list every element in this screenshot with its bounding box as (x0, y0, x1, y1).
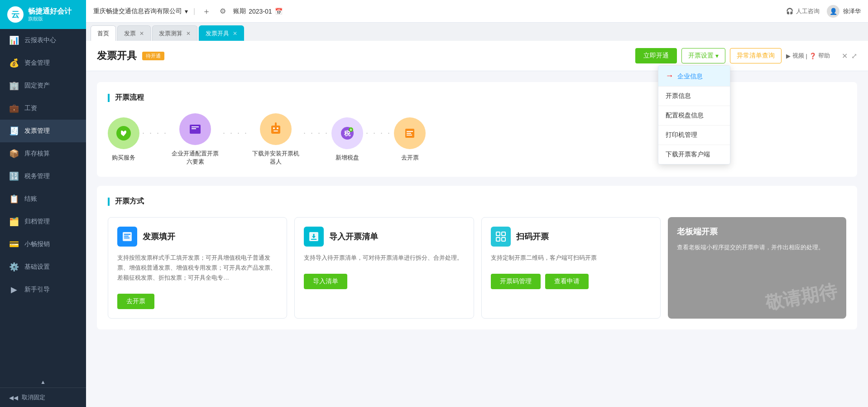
download-robot-icon (260, 113, 292, 145)
tab-invoice-close[interactable]: ✕ (139, 30, 144, 37)
company-name: 重庆畅捷交通信息咨询有限公司 (93, 7, 182, 15)
cancel-fixed-icon: ◀◀ (9, 394, 18, 401)
page-title: 发票开具 (97, 49, 137, 63)
svg-rect-18 (407, 135, 412, 136)
method-manual-fill-title: 发票填开 (143, 231, 175, 242)
close-icon[interactable]: ✕ (842, 52, 848, 60)
dropdown-item-company-info[interactable]: → 企业信息 (658, 66, 730, 87)
sidebar-item-label: 新手引导 (24, 286, 50, 294)
tab-home-label: 首页 (97, 29, 109, 38)
sidebar-item-label: 资金管理 (24, 59, 50, 67)
cancel-fixed-label: 取消固定 (22, 393, 45, 402)
svg-rect-25 (496, 232, 500, 236)
inventory-icon: 📦 (9, 149, 19, 159)
overlay-text: 敬请期待 (763, 279, 839, 316)
svg-rect-8 (273, 131, 278, 131)
sidebar-item-salary[interactable]: 💼 工资 (0, 97, 86, 120)
flow-section: 开票流程 购买服务 · · · · (97, 82, 857, 177)
sidebar-item-fund-mgmt[interactable]: 💰 资金管理 (0, 52, 86, 74)
sidebar-item-tax-mgmt[interactable]: 🔢 税务管理 (0, 165, 86, 188)
buy-service-icon (108, 117, 139, 149)
method-import-list-title: 导入开票清单 (329, 231, 378, 242)
status-badge: 待开通 (142, 52, 164, 60)
topbar-user[interactable]: 👤 徐泽华 (827, 5, 861, 18)
dropdown-label: 下载开票客户端 (666, 150, 710, 158)
section-divider (108, 94, 110, 102)
sidebar-item-label: 发票管理 (24, 127, 50, 135)
tab-invoice-calc-label: 发票测算 (159, 29, 182, 38)
svg-text:+: + (350, 127, 352, 132)
report-sales-icon: 💳 (9, 239, 19, 249)
sidebar-item-report-sales[interactable]: 💳 小畅报销 (0, 233, 86, 256)
svg-rect-24 (311, 239, 317, 240)
tabs-bar: 首页 发票 ✕ 发票测算 ✕ 发票开具 ✕ (86, 23, 868, 41)
method-card-import-list: 导入开票清单 支持导入待开票清单，可对待开票清单进行拆分、合并处理。 导入清单 (294, 217, 474, 319)
config-enterprise-icon (179, 113, 211, 145)
calendar-icon[interactable]: 📅 (275, 8, 283, 15)
period-label: 账期 (233, 7, 246, 15)
tab-invoice-issue-label: 发票开具 (206, 29, 229, 38)
method-card-boss-invoice: 老板端开票 查看老板端小程序提交的开票申请，并作出相应的处理。 敬请期待 (668, 217, 846, 319)
maximize-icon[interactable]: ⤢ (851, 52, 857, 60)
tab-invoice-issue[interactable]: 发票开具 ✕ (199, 25, 244, 41)
sidebar-item-new-guide[interactable]: ▶ 新手引导 (0, 278, 86, 301)
topbar-consult[interactable]: 🎧 人工咨询 (786, 7, 820, 15)
page-actions: 立即开通 开票设置 ▾ 异常清单查询 ▶ 视频 | ❓ 帮助 ✕ (635, 48, 857, 63)
settings-button[interactable]: 开票设置 ▾ (681, 48, 725, 63)
import-list-button[interactable]: 导入清单 (304, 274, 347, 289)
svg-point-1 (121, 131, 123, 132)
sidebar-item-invoice-mgmt[interactable]: 🧾 发票管理 (0, 120, 86, 142)
separator: | (806, 53, 807, 59)
invoice-fill-icon (117, 227, 137, 247)
activate-button[interactable]: 立即开通 (635, 48, 677, 63)
method-card-manual-fill: 发票填开 支持按照发票样式手工填开发票；可开具增值税电子普通发票、增值税普通发票… (108, 217, 287, 319)
sidebar-item-label: 工资 (24, 104, 37, 112)
dropdown-item-download-client[interactable]: 下载开票客户端 (658, 145, 730, 164)
import-list-icon (304, 227, 324, 247)
boss-invoice-title: 老板端开票 (677, 226, 837, 237)
dropdown-item-printer-mgmt[interactable]: 打印机管理 (658, 126, 730, 145)
sidebar-cancel-fixed[interactable]: ◀◀ 取消固定 (0, 388, 86, 407)
company-selector[interactable]: 重庆畅捷交通信息咨询有限公司 ▾ (93, 7, 188, 15)
download-robot-label: 下载并安装开票机器人 (251, 150, 301, 166)
archive-mgmt-icon: 🗂️ (9, 217, 19, 227)
tab-invoice-calc-close[interactable]: ✕ (186, 30, 191, 37)
dropdown-item-invoice-info[interactable]: 开票信息 (658, 87, 730, 106)
view-application-button[interactable]: 查看申请 (545, 274, 589, 289)
method-card-scan-invoice: 扫码开票 支持定制开票二维码，客户端可扫码开票 开票码管理 查看申请 (481, 217, 661, 319)
flow-step-go-invoice: 去开票 (394, 117, 426, 162)
sidebar-item-archive-mgmt[interactable]: 🗂️ 归档管理 (0, 210, 86, 233)
invoice-code-mgmt-button[interactable]: 开票码管理 (491, 274, 541, 289)
consult-label: 人工咨询 (796, 7, 820, 15)
sidebar-item-label: 结账 (24, 195, 37, 203)
flow-section-title: 开票流程 (108, 93, 846, 102)
topbar-divider: | (193, 7, 195, 15)
abnormal-button[interactable]: 异常清单查询 (730, 48, 782, 63)
methods-section-title: 开票方式 (108, 197, 846, 206)
tab-invoice[interactable]: 发票 ✕ (117, 25, 151, 41)
sidebar-item-cloud-report[interactable]: 📊 云报表中心 (0, 29, 86, 52)
sidebar-item-label: 小畅报销 (24, 240, 50, 248)
topbar-settings-icon[interactable]: ⚙ (218, 5, 228, 17)
sidebar-item-basic-settings[interactable]: ⚙️ 基础设置 (0, 256, 86, 278)
add-company-icon[interactable]: ＋ (201, 4, 212, 19)
video-label: 视频 (792, 52, 804, 60)
tab-invoice-issue-close[interactable]: ✕ (233, 30, 237, 37)
tab-invoice-calc[interactable]: 发票测算 ✕ (152, 25, 197, 41)
topbar-right: 🎧 人工咨询 👤 徐泽华 (786, 5, 861, 18)
sidebar-item-fixed-assets[interactable]: 🏢 固定资产 (0, 74, 86, 97)
go-invoice-button[interactable]: 去开票 (117, 294, 154, 309)
dropdown-item-tax-disk-info[interactable]: 配置税盘信息 (658, 106, 730, 126)
sidebar-scroll-up[interactable]: ▲ (0, 377, 86, 388)
video-help-area: ▶ 视频 | ❓ 帮助 (786, 52, 830, 60)
settlement-icon: 📋 (9, 194, 19, 204)
svg-rect-21 (124, 236, 129, 237)
play-icon[interactable]: ▶ (786, 53, 791, 59)
sidebar-item-settlement[interactable]: 📋 结账 (0, 188, 86, 210)
dropdown-label: 开票信息 (666, 92, 691, 99)
sidebar-item-inventory[interactable]: 📦 库存核算 (0, 142, 86, 165)
period-value: 2023-01 (249, 8, 272, 15)
tab-home[interactable]: 首页 (91, 25, 116, 41)
question-icon: ❓ (809, 53, 816, 59)
scan-invoice-icon (491, 227, 511, 247)
